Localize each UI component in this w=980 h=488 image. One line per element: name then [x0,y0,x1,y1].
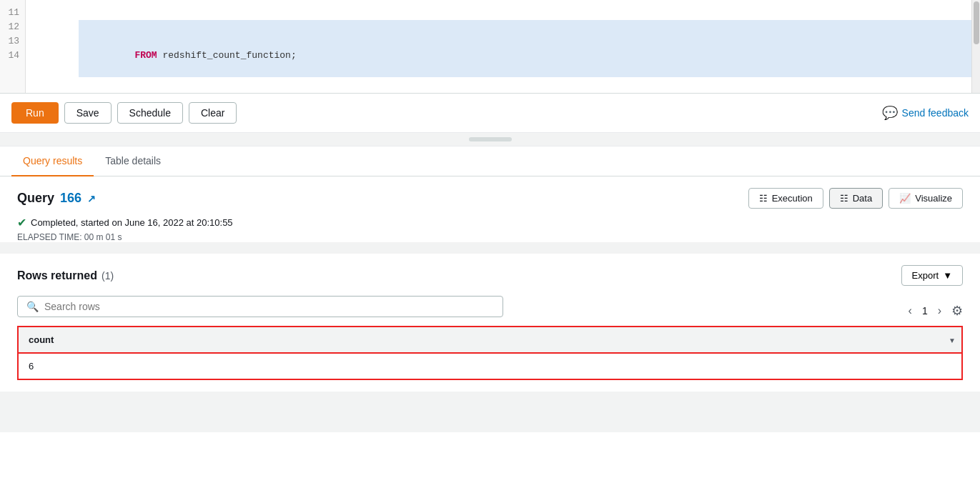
export-label: Export [912,270,939,281]
search-input[interactable] [44,301,494,312]
code-line-11: SELECT COUNT(distinct last_name) [34,6,971,20]
search-pagination-row: 🔍 ‹ 1 › ⚙ [17,296,963,326]
visualize-icon: 📈 [899,193,911,204]
page-number: 1 [922,305,928,317]
rows-title: Rows returned (1) [17,269,114,282]
tab-query-results[interactable]: Query results [11,146,94,176]
query-header: Query 166 ↗ ☷ Execution ☷ Data 📈 Visuali… [17,188,963,209]
feedback-label: Send feedback [902,107,969,119]
search-bar[interactable]: 🔍 [17,296,503,317]
pagination-controls: ‹ 1 › ⚙ [906,302,963,320]
pagination-next-button[interactable]: › [935,302,944,320]
status-text: Completed, started on June 16, 2022 at 2… [31,217,233,228]
line-numbers: 11 12 13 14 [0,0,26,93]
export-dropdown-icon: ▼ [943,270,952,281]
send-feedback-link[interactable]: 💬 Send feedback [882,105,969,121]
visualize-button[interactable]: 📈 Visualize [889,188,963,209]
elapsed-time: ELAPSED TIME: 00 m 01 s [17,232,963,242]
save-button[interactable]: Save [64,102,112,124]
sort-icon: ▼ [949,336,956,344]
results-area: Query results Table details Query 166 ↗ … [0,146,980,432]
query-title-text: Query [17,191,54,206]
rows-header: Rows returned (1) Export ▼ [17,265,963,286]
column-header-count: count ▼ [18,327,962,353]
execution-button[interactable]: ☷ Execution [748,188,823,209]
rows-section: Rows returned (1) Export ▼ 🔍 ‹ 1 › ⚙ [0,254,980,392]
export-button[interactable]: Export ▼ [901,265,963,286]
status-success-icon: ✔ [17,216,26,229]
pagination-prev-button[interactable]: ‹ [906,302,915,320]
run-button[interactable]: Run [11,102,59,124]
data-icon: ☷ [840,193,848,204]
scrollbar-thumb [974,1,979,44]
code-content[interactable]: SELECT COUNT(distinct last_name) FROM re… [26,0,980,93]
schedule-button[interactable]: Schedule [117,102,183,124]
editor-scrollbar[interactable] [971,0,980,93]
resize-pill [469,137,512,141]
clear-button[interactable]: Clear [189,102,237,124]
settings-icon[interactable]: ⚙ [951,303,963,319]
query-actions: ☷ Execution ☷ Data 📈 Visualize [748,188,963,209]
toolbar: Run Save Schedule Clear 💬 Send feedback [0,94,980,133]
cell-count-value: 6 [18,353,962,379]
external-link-icon[interactable]: ↗ [87,193,96,204]
data-button[interactable]: ☷ Data [829,188,883,209]
resize-handle[interactable] [0,133,980,146]
editor-area: 11 12 13 14 SELECT COUNT(distinct last_n… [0,0,980,94]
tab-table-details[interactable]: Table details [94,146,172,176]
table-row: 6 [18,353,962,379]
search-icon: 🔍 [26,301,39,312]
data-table: count ▼ 6 [17,326,963,380]
query-title: Query 166 ↗ [17,191,96,206]
query-info-section: Query 166 ↗ ☷ Execution ☷ Data 📈 Visuali… [0,176,980,242]
status-row: ✔ Completed, started on June 16, 2022 at… [17,216,963,229]
execution-icon: ☷ [759,193,768,204]
query-number: 166 [60,191,81,206]
tabs-bar: Query results Table details [0,146,980,176]
rows-count: (1) [102,270,114,282]
feedback-icon: 💬 [882,105,898,121]
